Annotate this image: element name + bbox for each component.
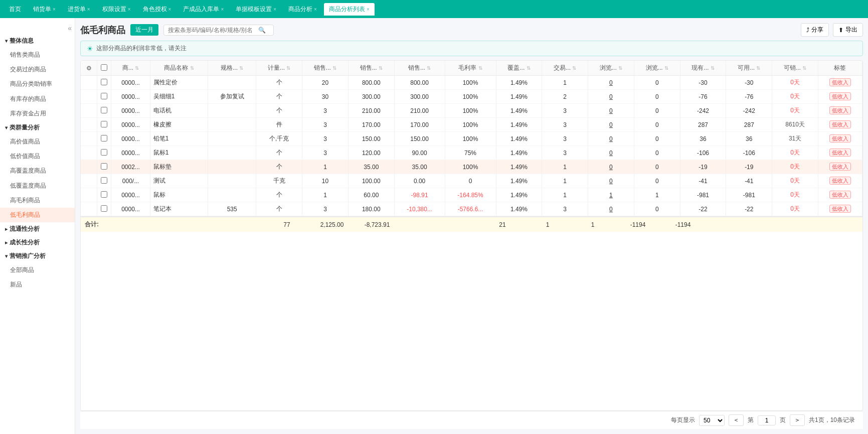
sidebar-item-category-rate[interactable]: 商品分类助销率 xyxy=(0,77,75,91)
close-icon[interactable]: × xyxy=(314,7,317,12)
row-available-9: -22 xyxy=(726,202,772,216)
row-checkbox-5[interactable] xyxy=(97,146,111,160)
page-size-select[interactable]: 50 20 100 xyxy=(699,415,725,426)
col-available[interactable]: 可用... ⇅ xyxy=(726,61,772,76)
row-view1-1[interactable]: 0 xyxy=(588,90,634,104)
sidebar-item-high-coverage[interactable]: 高覆盖度商品 xyxy=(0,164,75,178)
sidebar-item-low-coverage[interactable]: 低覆盖度商品 xyxy=(0,179,75,193)
col-code[interactable]: 商... ⇅ xyxy=(111,61,150,76)
row-gross-margin-6: 100% xyxy=(445,160,496,174)
sidebar-group-cluster[interactable]: ▾ 类群量分析 xyxy=(0,121,75,134)
prev-page-btn[interactable]: ＜ xyxy=(729,414,744,426)
col-sale-qty[interactable]: 销售... ⇅ xyxy=(302,61,349,76)
nav-item-sales[interactable]: 销货单 × xyxy=(28,3,61,16)
row-view1-4[interactable]: 0 xyxy=(588,132,634,146)
sidebar-group-general[interactable]: ▾ 整体信息 xyxy=(0,34,75,48)
row-checkbox-9[interactable] xyxy=(97,202,111,216)
row-view1-9[interactable]: 0 xyxy=(588,202,634,216)
row-sale-price-4: 150.00 xyxy=(348,132,394,146)
row-tag-9: 低收入 xyxy=(818,202,862,216)
close-icon[interactable]: × xyxy=(221,7,224,12)
close-icon[interactable]: × xyxy=(367,7,370,12)
row-view1-6[interactable]: 0 xyxy=(588,160,634,174)
sidebar-item-high-value[interactable]: 高价值商品 xyxy=(0,134,75,149)
row-coverage-7: 1.49% xyxy=(496,174,542,188)
row-checkbox-6[interactable] xyxy=(97,160,111,174)
col-trade[interactable]: 交易... ⇅ xyxy=(542,61,588,76)
col-unit[interactable]: 计量... ⇅ xyxy=(256,61,302,76)
sidebar-group-growth[interactable]: ▸ 成长性分析 xyxy=(0,236,75,249)
nav-item-template[interactable]: 单据模板设置 × xyxy=(231,3,281,16)
row-view1-5[interactable]: 0 xyxy=(588,146,634,160)
col-spec[interactable]: 规格... ⇅ xyxy=(208,61,256,76)
row-code-4: 0000... xyxy=(111,132,150,146)
sidebar-group-circulation[interactable]: ▸ 流通性分析 xyxy=(0,222,75,236)
nav-item-product[interactable]: 产成品入库单 × xyxy=(178,3,229,16)
row-view1-7[interactable]: 0 xyxy=(588,174,634,188)
col-view2[interactable]: 浏览... ⇅ xyxy=(634,61,680,76)
row-code-3: 0000... xyxy=(111,118,150,132)
nav-item-permissions[interactable]: 权限设置 × xyxy=(97,3,136,16)
row-code-0: 0000... xyxy=(111,76,150,90)
col-settings[interactable]: ⚙ xyxy=(81,61,97,76)
sidebar-item-all-goods[interactable]: 全部商品 xyxy=(0,263,75,277)
sidebar-collapse-btn[interactable]: « xyxy=(0,22,75,34)
close-icon[interactable]: × xyxy=(128,7,131,12)
sidebar-item-low-margin[interactable]: 低毛利商品 xyxy=(0,208,75,222)
close-icon[interactable]: × xyxy=(87,7,90,12)
row-unit-6: 个 xyxy=(256,160,302,174)
sidebar-item-stock-goods[interactable]: 有库存的商品 xyxy=(0,92,75,106)
row-checkbox-0[interactable] xyxy=(97,76,111,90)
row-settings-1 xyxy=(81,90,97,104)
col-sellable[interactable]: 可销... ⇅ xyxy=(772,61,818,76)
col-coverage[interactable]: 覆盖... ⇅ xyxy=(496,61,542,76)
row-spec-4 xyxy=(208,132,256,146)
share-button[interactable]: ⤴ 分享 xyxy=(801,23,829,37)
sidebar-item-traded-goods[interactable]: 交易过的商品 xyxy=(0,62,75,77)
select-all-checkbox[interactable] xyxy=(101,64,107,71)
row-checkbox-8[interactable] xyxy=(97,188,111,202)
col-checkbox[interactable] xyxy=(97,61,111,76)
close-icon[interactable]: × xyxy=(53,7,56,12)
row-checkbox-1[interactable] xyxy=(97,90,111,104)
row-checkbox-2[interactable] xyxy=(97,104,111,118)
sidebar-item-capital[interactable]: 库存资金占用 xyxy=(0,106,75,121)
footer-label: 合计: xyxy=(85,220,99,229)
search-icon[interactable]: 🔍 xyxy=(258,27,266,34)
page-input[interactable] xyxy=(758,415,776,425)
nav-item-role[interactable]: 角色授权 × xyxy=(138,3,177,16)
col-sale-amount[interactable]: 销售... ⇅ xyxy=(394,61,445,76)
close-icon[interactable]: × xyxy=(168,7,171,12)
col-tag[interactable]: 标签 xyxy=(818,61,862,76)
col-sale-price[interactable]: 销售... ⇅ xyxy=(348,61,394,76)
row-sellable-4: 31天 xyxy=(772,132,818,146)
nav-item-analysis[interactable]: 商品分析 × xyxy=(283,3,322,16)
sidebar-group-marketing[interactable]: ▾ 营销推广分析 xyxy=(0,249,75,263)
row-view1-3[interactable]: 0 xyxy=(588,118,634,132)
row-view1-8[interactable]: 1 xyxy=(588,188,634,202)
row-view1-0[interactable]: 0 xyxy=(588,76,634,90)
period-tag-btn[interactable]: 近一月 xyxy=(130,24,158,36)
row-checkbox-4[interactable] xyxy=(97,132,111,146)
col-view1[interactable]: 浏览... ⇅ xyxy=(588,61,634,76)
row-sale-amount-8: -98.91 xyxy=(394,188,445,202)
col-gross-margin[interactable]: 毛利率 ⇅ xyxy=(445,61,496,76)
search-input[interactable] xyxy=(168,27,258,34)
col-current[interactable]: 现有... ⇅ xyxy=(680,61,726,76)
row-view1-2[interactable]: 0 xyxy=(588,104,634,118)
sidebar-item-low-value[interactable]: 低价值商品 xyxy=(0,149,75,164)
row-checkbox-7[interactable] xyxy=(97,174,111,188)
sidebar-item-new-goods[interactable]: 新品 xyxy=(0,277,75,292)
row-checkbox-3[interactable] xyxy=(97,118,111,132)
sidebar-item-high-margin[interactable]: 高毛利商品 xyxy=(0,193,75,208)
close-icon[interactable]: × xyxy=(273,7,276,12)
row-trade-3: 3 xyxy=(542,118,588,132)
export-button[interactable]: ⬆ 导出 xyxy=(833,23,863,37)
sidebar-item-sales-goods[interactable]: 销售类商品 xyxy=(0,48,75,62)
nav-item-purchase[interactable]: 进货单 × xyxy=(63,3,95,16)
next-page-btn[interactable]: ＞ xyxy=(790,414,805,426)
nav-item-home[interactable]: 首页 xyxy=(4,3,26,16)
nav-item-analysis-list[interactable]: 商品分析列表 × xyxy=(324,3,375,16)
row-code-8: 0000... xyxy=(111,188,150,202)
col-name[interactable]: 商品名称 ⇅ xyxy=(150,61,208,76)
